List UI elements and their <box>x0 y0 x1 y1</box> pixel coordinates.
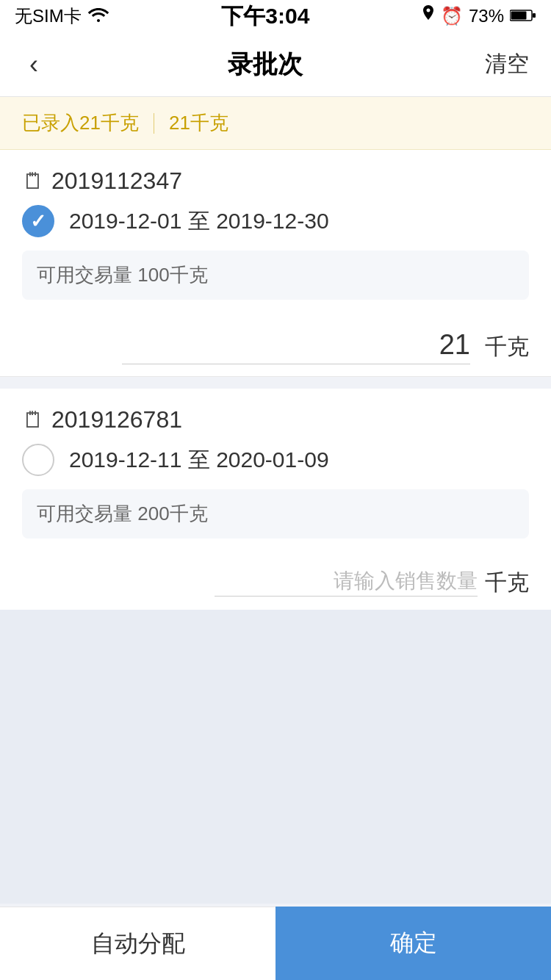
avail-label-2: 可用交易量 200千克 <box>37 502 208 525</box>
input-wrap-2 <box>22 569 478 597</box>
avail-box-1: 可用交易量 100千克 <box>22 251 529 300</box>
batch-card-1: 🗒 2019112347 2019-12-01 至 2019-12-30 可用交… <box>0 150 551 377</box>
page-title: 录批次 <box>228 48 303 82</box>
qty-input-1[interactable] <box>122 329 470 364</box>
section-divider <box>0 377 551 389</box>
avail-label-1: 可用交易量 100千克 <box>37 264 208 286</box>
batch-date-row-1: 2019-12-01 至 2019-12-30 <box>22 205 529 237</box>
qty-unit-2: 千克 <box>485 568 529 598</box>
bottom-space <box>0 610 551 904</box>
status-right: ⏰ 73% <box>422 5 536 27</box>
batch-dates-2: 2019-12-11 至 2020-01-09 <box>69 445 329 475</box>
clear-button[interactable]: 清空 <box>485 49 529 79</box>
batch-dates-1: 2019-12-01 至 2019-12-30 <box>69 206 329 237</box>
qty-row-2: 千克 <box>0 553 551 610</box>
avail-box-2: 可用交易量 200千克 <box>22 489 529 538</box>
batch-card-2: 🗒 2019126781 2019-12-11 至 2020-01-09 可用交… <box>0 389 551 610</box>
qty-input-2[interactable] <box>215 569 478 597</box>
status-time: 下午3:04 <box>221 1 309 32</box>
location-icon <box>422 5 435 27</box>
doc-icon-2: 🗒 <box>22 408 44 433</box>
confirm-button[interactable]: 确定 <box>276 907 551 980</box>
wifi-icon <box>87 6 109 26</box>
svg-rect-2 <box>533 13 536 18</box>
batch-number-1: 2019112347 <box>51 167 182 195</box>
qty-row-1: 千克 <box>0 314 551 377</box>
auto-distribute-button[interactable]: 自动分配 <box>0 907 276 980</box>
qty-unit-1: 千克 <box>485 332 529 362</box>
batch-header-1: 🗒 2019112347 <box>22 167 529 195</box>
info-value: 21千克 <box>169 110 228 136</box>
batch-number-2: 2019126781 <box>51 406 182 433</box>
batch-date-row-2: 2019-12-11 至 2020-01-09 <box>22 444 529 476</box>
radio-checked-1[interactable] <box>22 205 54 237</box>
info-banner: 已录入21千克 21千克 <box>0 97 551 150</box>
status-bar: 无SIM卡 下午3:04 ⏰ 73% <box>0 0 551 32</box>
info-divider <box>154 113 154 134</box>
radio-unchecked-2[interactable] <box>22 444 54 476</box>
nav-bar: ‹ 录批次 清空 <box>0 32 551 97</box>
status-left: 无SIM卡 <box>15 4 109 28</box>
battery-text: 73% <box>469 6 504 26</box>
recorded-label: 已录入21千克 <box>22 110 139 136</box>
bottom-bar: 自动分配 确定 <box>0 907 551 980</box>
sim-text: 无SIM卡 <box>15 4 82 28</box>
back-button[interactable]: ‹ <box>22 42 46 87</box>
alarm-icon: ⏰ <box>441 6 463 26</box>
batch-header-2: 🗒 2019126781 <box>22 406 529 433</box>
qty-input-wrapper-1 <box>22 329 470 364</box>
battery-icon <box>510 6 536 26</box>
doc-icon-1: 🗒 <box>22 169 44 194</box>
svg-rect-1 <box>511 12 526 20</box>
